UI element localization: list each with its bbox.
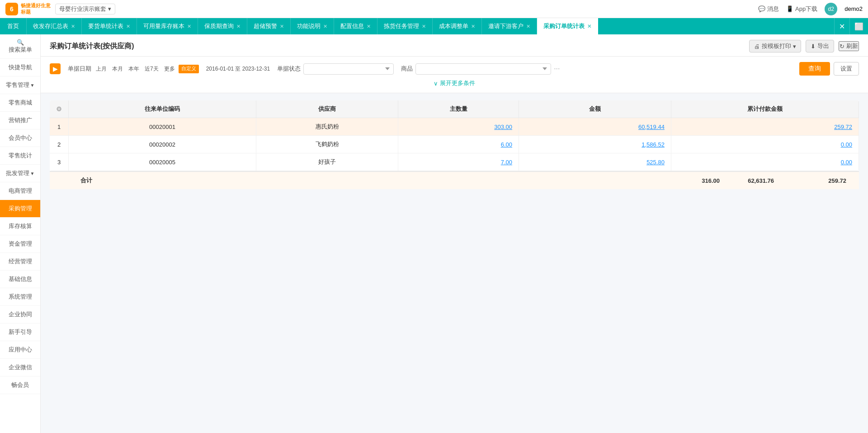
query-button[interactable]: 查询	[799, 62, 830, 76]
sidebar-item-retail-mall[interactable]: 零售商城	[0, 94, 40, 112]
sidebar-item-enterprise-collab[interactable]: 企业协同	[0, 306, 40, 324]
maximize-btn[interactable]: ⬜	[849, 18, 868, 34]
username-label: demo2	[844, 5, 863, 12]
cell-amount: 1,586.52	[519, 136, 671, 153]
app-download-btn[interactable]: 📱 App下载	[786, 5, 817, 13]
workspace-selector[interactable]: 母婴行业演示账套 ▾	[55, 4, 115, 14]
printer-icon: 🖨	[754, 43, 760, 50]
date-btn-7days[interactable]: 近7天	[143, 65, 160, 73]
sidebar-item-quick-nav[interactable]: 快捷导航	[0, 59, 40, 76]
refresh-icon: ↻	[840, 43, 844, 50]
sidebar-item-ecommerce-mgmt[interactable]: 电商管理	[0, 182, 40, 200]
sidebar-item-marketing[interactable]: 营销推广	[0, 112, 40, 129]
page-header-actions: 🖨 按模板打印 ▾ ⬇ 导出 ↻ 刷新	[749, 40, 859, 52]
cell-code: 00020002	[69, 136, 256, 153]
close-icon[interactable]: ✕	[587, 24, 591, 29]
sidebar-item-search[interactable]: 🔍 搜索菜单	[0, 34, 40, 59]
date-btn-this-year[interactable]: 本年	[127, 65, 141, 73]
search-icon: 🔍	[17, 39, 24, 46]
sidebar-item-member-center[interactable]: 会员中心	[0, 129, 40, 147]
tab-cost-adjust[interactable]: 成本调整单 ✕	[433, 18, 482, 34]
close-icon[interactable]: ✕	[526, 24, 530, 29]
date-btn-this-month[interactable]: 本月	[110, 65, 125, 73]
export-btn[interactable]: ⬇ 导出	[806, 40, 834, 52]
table-area: ⚙ 往来单位编码 供应商 主数量 金额	[41, 93, 868, 433]
close-icon[interactable]: ✕	[422, 24, 426, 29]
sidebar-item-purchase-mgmt[interactable]: 采购管理	[0, 200, 40, 218]
sidebar-item-retail-stats[interactable]: 零售统计	[0, 147, 40, 165]
message-btn[interactable]: 💬 消息	[758, 5, 779, 13]
tab-picking-task[interactable]: 拣货任务管理 ✕	[377, 18, 433, 34]
table-row: 1 00020001 惠氏奶粉 303.00 60,519.44 259.72	[50, 118, 859, 136]
cell-code: 00020001	[69, 118, 256, 136]
filter-area: ▶ 单据日期 上月 本月 本年 近7天 更多 自定义 2016-01-01 至 …	[41, 57, 868, 93]
main-layout: 🔍 搜索菜单 快捷导航 零售管理 ▼ 零售商城 营销推广 会员中心 零售统计 批…	[0, 34, 868, 433]
sidebar-item-new-guide[interactable]: 新手引导	[0, 324, 40, 341]
cell-paid: 0.00	[671, 153, 859, 171]
close-icon[interactable]: ✕	[187, 24, 191, 29]
sidebar-item-retail-mgmt[interactable]: 零售管理 ▼	[0, 76, 40, 94]
tab-overstock-warning[interactable]: 超储预警 ✕	[247, 18, 291, 34]
cell-paid: 259.72	[671, 118, 859, 136]
sidebar-item-wholesale-mgmt[interactable]: 批发管理 ▼	[0, 165, 40, 182]
col-header-amount: 金额	[519, 100, 671, 118]
gear-icon[interactable]: ⚙	[56, 105, 62, 113]
avatar[interactable]: d2	[825, 3, 837, 15]
close-icon[interactable]: ✕	[367, 24, 371, 29]
cell-amount: 525.80	[519, 153, 671, 171]
tab-config-info[interactable]: 配置信息 ✕	[334, 18, 377, 34]
tab-function-desc[interactable]: 功能说明 ✕	[291, 18, 334, 34]
cell-paid: 0.00	[671, 136, 859, 153]
close-icon[interactable]: ✕	[126, 24, 130, 29]
refresh-btn[interactable]: ↻ 刷新	[839, 41, 859, 51]
footer-amount: 62,631.76	[726, 177, 780, 184]
col-header-code: 往来单位编码	[69, 100, 256, 118]
cell-qty: 303.00	[398, 118, 519, 136]
filter-date-item: 单据日期 上月 本月 本年 近7天 更多 自定义	[68, 65, 199, 73]
tab-purchase-stats[interactable]: 采购订单统计表 ✕	[537, 18, 598, 34]
page-header: 采购订单统计表(按供应商) 🖨 按模板打印 ▾ ⬇ 导出 ↻ 刷新	[41, 34, 868, 57]
tab-home[interactable]: 首页	[0, 18, 27, 34]
logo-area: 6 畅捷通好生意 标题	[5, 3, 51, 15]
sidebar-item-basic-info[interactable]: 基础信息	[0, 271, 40, 288]
cell-seq: 2	[50, 136, 69, 153]
sidebar: 🔍 搜索菜单 快捷导航 零售管理 ▼ 零售商城 营销推广 会员中心 零售统计 批…	[0, 34, 41, 433]
goods-select[interactable]	[415, 63, 551, 75]
status-select[interactable]	[303, 63, 394, 75]
sidebar-item-inventory-check[interactable]: 库存核算	[0, 218, 40, 235]
cell-seq: 1	[50, 118, 69, 136]
close-icon[interactable]: ✕	[471, 24, 475, 29]
cell-supplier: 好孩子	[256, 153, 398, 171]
table-header-row: ⚙ 往来单位编码 供应商 主数量 金额	[50, 100, 859, 118]
tab-goods-stats[interactable]: 要货单统计表 ✕	[82, 18, 137, 34]
filter-more-icon[interactable]: ···	[554, 65, 560, 73]
close-icon[interactable]: ✕	[280, 24, 284, 29]
sidebar-item-app-center[interactable]: 应用中心	[0, 341, 40, 359]
print-btn[interactable]: 🖨 按模板打印 ▾	[749, 40, 801, 52]
tab-warranty-query[interactable]: 保质期查询 ✕	[198, 18, 247, 34]
tab-invite-downstream[interactable]: 邀请下游客户 ✕	[482, 18, 537, 34]
sidebar-item-sys-mgmt[interactable]: 系统管理	[0, 288, 40, 306]
filter-toggle-btn[interactable]: ▶	[50, 63, 61, 74]
sidebar-item-funds-mgmt[interactable]: 资金管理	[0, 235, 40, 253]
tab-available-stock[interactable]: 可用量库存账本 ✕	[137, 18, 198, 34]
expand-more-btn[interactable]: ∨ 展开更多条件	[50, 79, 859, 87]
date-btn-more[interactable]: 更多	[162, 65, 177, 73]
nav-tabs-end: ✕ ⬜	[834, 18, 868, 34]
cell-qty: 6.00	[398, 136, 519, 153]
sidebar-item-enterprise-wechat[interactable]: 企业微信	[0, 359, 40, 376]
settings-button[interactable]: 设置	[834, 62, 859, 76]
close-tab-btn[interactable]: ✕	[834, 18, 849, 34]
tab-collection-summary[interactable]: 收发存汇总表 ✕	[27, 18, 82, 34]
close-icon[interactable]: ✕	[236, 24, 241, 29]
date-filter-label: 单据日期	[68, 65, 91, 73]
chevron-down-icon: ▾	[793, 43, 796, 50]
table-row: 2 00020002 飞鹤奶粉 6.00 1,586.52 0.00	[50, 136, 859, 153]
sidebar-item-ops-mgmt[interactable]: 经营管理	[0, 253, 40, 271]
close-icon[interactable]: ✕	[323, 24, 327, 29]
footer-paid: 259.72	[780, 177, 853, 184]
date-btn-last-month[interactable]: 上月	[94, 65, 108, 73]
date-custom-tag[interactable]: 自定义	[179, 65, 199, 73]
close-icon[interactable]: ✕	[71, 24, 75, 29]
sidebar-item-vip[interactable]: 畅会员	[0, 376, 40, 394]
